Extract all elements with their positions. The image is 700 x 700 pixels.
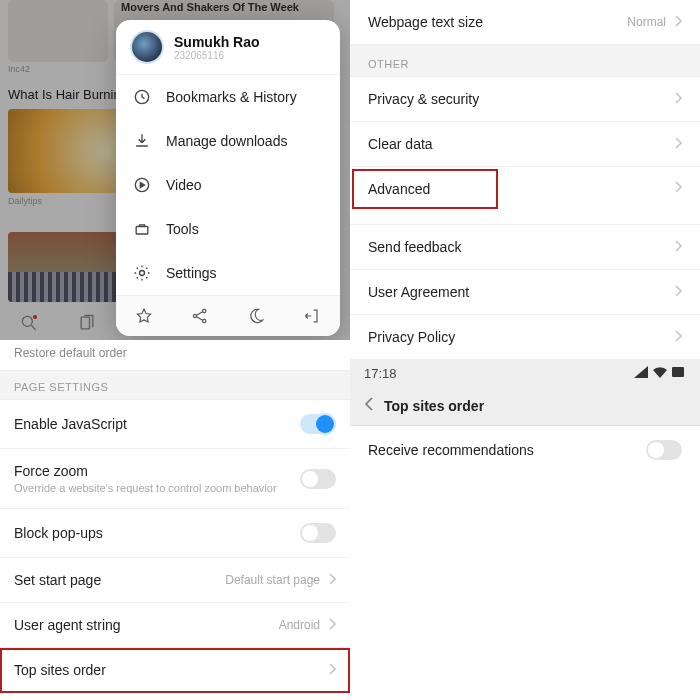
row-value: Normal (627, 15, 666, 29)
row-advanced-chevron[interactable] (350, 210, 700, 225)
row-label: Advanced (368, 181, 472, 197)
menu-popup: Sumukh Rao 232065116 Bookmarks & History… (116, 20, 340, 336)
chevron-right-icon (674, 136, 682, 152)
download-icon (132, 131, 152, 151)
row-user-agreement[interactable]: User Agreement (350, 270, 700, 315)
row-set-start-page[interactable]: Set start page Default start page (0, 558, 350, 603)
svg-point-9 (203, 319, 206, 322)
chevron-right-icon (674, 91, 682, 107)
menu-item-label: Tools (166, 221, 199, 237)
menu-item-tools[interactable]: Tools (116, 207, 340, 251)
row-label: Send feedback (368, 239, 664, 255)
row-value: Android (279, 618, 320, 632)
row-label: Block pop-ups (14, 525, 290, 541)
menu-item-label: Manage downloads (166, 133, 287, 149)
row-receive-recommendations[interactable]: Receive recommendations (350, 426, 700, 474)
row-label: User Agreement (368, 284, 664, 300)
wifi-icon (653, 366, 667, 381)
row-force-zoom[interactable]: Force zoom Override a website's request … (0, 449, 350, 509)
svg-point-8 (203, 309, 206, 312)
row-label: Enable JavaScript (14, 416, 290, 432)
row-label: Top sites order (14, 662, 318, 678)
menu-item-settings[interactable]: Settings (116, 251, 340, 295)
back-icon[interactable] (364, 397, 374, 415)
feed-background: Movers And Shakers Of The Week Inc42 Wha… (0, 0, 350, 340)
row-label: Force zoom (14, 463, 290, 479)
night-mode-icon[interactable] (246, 306, 266, 326)
chevron-right-icon (674, 329, 682, 345)
nav-bar: Top sites order (350, 387, 700, 426)
briefcase-icon (132, 219, 152, 239)
menu-item-label: Settings (166, 265, 217, 281)
menu-header[interactable]: Sumukh Rao 232065116 (116, 20, 340, 75)
row-sub: Override a website's request to control … (14, 482, 290, 494)
row-block-popups[interactable]: Block pop-ups (0, 509, 350, 558)
row-enable-javascript[interactable]: Enable JavaScript (0, 400, 350, 449)
row-label: Set start page (14, 572, 215, 588)
other-header: OTHER (350, 45, 700, 77)
menu-item-label: Bookmarks & History (166, 89, 297, 105)
toggle-popups[interactable] (300, 523, 336, 543)
toggle-force-zoom[interactable] (300, 469, 336, 489)
svg-rect-5 (136, 227, 148, 235)
row-label: Privacy Policy (368, 329, 664, 345)
row-label: Webpage text size (368, 14, 617, 30)
svg-point-7 (193, 314, 196, 317)
row-label: Clear data (368, 136, 664, 152)
row-privacy-security[interactable]: Privacy & security (350, 77, 700, 122)
row-privacy-policy[interactable]: Privacy Policy (350, 315, 700, 360)
chevron-right-icon (674, 284, 682, 300)
toggle-recommendations[interactable] (646, 440, 682, 460)
row-user-agent[interactable]: User agent string Android (0, 603, 350, 648)
toggle-js[interactable] (300, 414, 336, 434)
chevron-right-icon (328, 572, 336, 588)
gear-icon (132, 263, 152, 283)
row-advanced[interactable]: Advanced (350, 167, 500, 211)
avatar (130, 30, 164, 64)
row-label: Receive recommendations (368, 442, 636, 458)
menu-item-bookmarks[interactable]: Bookmarks & History (116, 75, 340, 119)
menu-item-video[interactable]: Video (116, 163, 340, 207)
chevron-right-icon (328, 662, 336, 678)
chevron-right-icon (674, 14, 682, 30)
row-webpage-text-size[interactable]: Webpage text size Normal (350, 0, 700, 45)
status-time: 17:18 (364, 366, 397, 381)
signal-icon (634, 366, 648, 381)
chevron-right-icon (328, 617, 336, 633)
svg-point-6 (140, 271, 145, 276)
exit-icon[interactable] (302, 306, 322, 326)
status-bar: 17:18 (350, 360, 700, 387)
menu-user-name: Sumukh Rao (174, 34, 260, 50)
row-send-feedback[interactable]: Send feedback (350, 225, 700, 270)
nav-title: Top sites order (384, 398, 484, 414)
row-label: User agent string (14, 617, 269, 633)
star-icon[interactable] (134, 306, 154, 326)
play-icon (132, 175, 152, 195)
battery-icon (672, 366, 686, 381)
row-value: Default start page (225, 573, 320, 587)
chevron-right-icon (674, 239, 682, 255)
page-settings-header: PAGE SETTINGS (0, 370, 350, 400)
menu-user-id: 232065116 (174, 50, 260, 61)
menu-item-downloads[interactable]: Manage downloads (116, 119, 340, 163)
chevron-right-icon (674, 180, 682, 196)
share-icon[interactable] (190, 306, 210, 326)
svg-rect-10 (672, 367, 684, 377)
clock-icon (132, 87, 152, 107)
row-top-sites-order[interactable]: Top sites order (0, 648, 350, 693)
row-clear-data[interactable]: Clear data (350, 122, 700, 167)
menu-item-label: Video (166, 177, 202, 193)
row-label: Privacy & security (368, 91, 664, 107)
restore-default-order[interactable]: Restore default order (0, 340, 350, 370)
